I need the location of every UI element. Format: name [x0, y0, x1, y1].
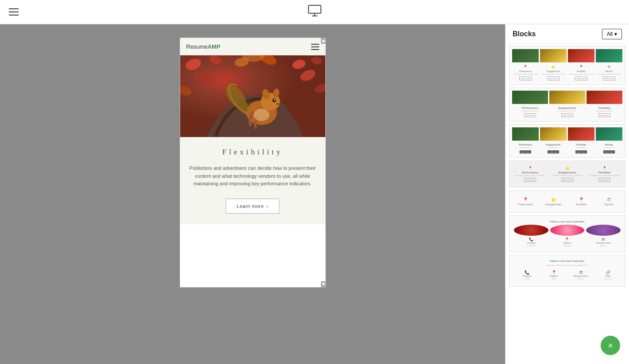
- monitor-icon: [308, 4, 322, 19]
- topbar-left: [9, 8, 19, 15]
- block-item[interactable]: 📍 Performance lorem ipsum dolor sit amet…: [509, 46, 625, 85]
- contact-col: ⏱ Working Hours Mon-Fri: [568, 269, 594, 282]
- svg-point-21: [276, 103, 279, 105]
- svg-point-22: [253, 109, 269, 121]
- block-col: 📍 Performance lorem ipsum dolor sit amet…: [512, 164, 548, 184]
- block-col: ⏱ Results: [596, 196, 622, 207]
- learn-more-label: Learn more: [237, 203, 264, 209]
- hamburger-menu-icon[interactable]: [9, 8, 19, 15]
- all-filter-button[interactable]: All ▾: [602, 29, 622, 39]
- blocks-sidebar: Blocks All ▾ 📍 Performance: [505, 24, 629, 364]
- contact-col: 🔗 Links web.com: [595, 269, 621, 282]
- block-thumbnail-autumn: [568, 49, 594, 62]
- block-col: Flexibility lorem ipsum learn more: [568, 142, 594, 154]
- contact-col: 📍 Address 123 Street: [550, 238, 584, 247]
- contact-col: 📞 Contacts +1 234 567: [514, 238, 548, 247]
- social-img: [514, 225, 548, 236]
- block-thumbnail: [512, 127, 539, 141]
- block-item[interactable]: Follow us for more inspiration 📞 Contact…: [509, 215, 625, 252]
- phone-section-title: Flexibility: [189, 148, 316, 157]
- block-col: ⭐ Engagements lorem ipsum dolor sit amet…: [549, 164, 585, 184]
- block-item[interactable]: 📍 Performance lorem ipsum dolor sit amet…: [509, 161, 625, 188]
- block-thumbnail-forest: [512, 49, 539, 62]
- sidebar-title: Blocks: [513, 30, 536, 38]
- scroll-up-arrow[interactable]: [321, 38, 326, 44]
- preview-area: ResumeAMP: [0, 24, 505, 364]
- block-col-engagements: ⭐ Engagements lorem ipsum dolor sit amet…: [540, 64, 567, 82]
- close-fab-button[interactable]: ×: [601, 336, 620, 355]
- block-item[interactable]: Follow us for more inspiration lorem ips…: [509, 255, 625, 287]
- block-item[interactable]: 📍 Performance ⭐ Engagements 📍 Flexibilit…: [509, 190, 625, 213]
- block-item[interactable]: Performance lorem ipsum dolor sit learn …: [509, 88, 625, 122]
- logo-amp: AMP: [208, 43, 220, 50]
- block-col: Performance lorem ipsum dolor sit learn …: [512, 105, 548, 119]
- contact-col: ⏱ Working Hours Mon-Fri: [586, 238, 621, 247]
- svg-rect-0: [309, 5, 321, 13]
- block-col: Flexibility lorem ipsum dolor sit learn …: [587, 105, 622, 119]
- logo-text: Resume: [186, 43, 208, 50]
- all-label: All: [607, 31, 613, 37]
- block-thumbnail: [540, 127, 567, 141]
- block-col-results: ⏱ Results lorem ipsum dolor sit amet tex…: [596, 64, 622, 82]
- block-thumbnail-flowers: [596, 49, 622, 62]
- phone-hero-image: [180, 55, 325, 137]
- phone-hamburger-icon[interactable]: [311, 44, 319, 50]
- learn-more-arrow: ›: [266, 203, 268, 209]
- phone-mockup: ResumeAMP: [180, 38, 326, 287]
- learn-more-button[interactable]: Learn more ›: [226, 199, 279, 214]
- contact-col: 📍 Address 123 St: [541, 269, 567, 282]
- phone-nav: ResumeAMP: [180, 38, 325, 55]
- svg-point-20: [274, 99, 275, 100]
- block-col: 📍 Performance: [512, 196, 539, 207]
- social-block-title: Follow us for more inspiration: [514, 220, 621, 223]
- scroll-down-arrow[interactable]: [321, 281, 326, 287]
- block-thumbnail: [512, 91, 548, 104]
- block-col-performance: 📍 Performance lorem ipsum dolor sit amet…: [512, 64, 539, 82]
- block-col: ⭐ Engagements: [540, 196, 567, 207]
- sidebar-header: Blocks All ▾: [506, 24, 629, 44]
- dropdown-arrow: ▾: [614, 31, 617, 37]
- block-thumbnail: [549, 91, 585, 104]
- block-col: Results lorem ipsum learn more: [596, 142, 622, 154]
- blocks-list: 📍 Performance lorem ipsum dolor sit amet…: [506, 44, 629, 364]
- block-thumbnail: [596, 127, 622, 141]
- contact-col: 📞 Contacts +1 234: [514, 269, 540, 282]
- social-img: [550, 225, 585, 236]
- block-item[interactable]: Performance lorem ipsum learn more Engag…: [509, 124, 625, 157]
- block-col: Engagements lorem ipsum dolor sit learn …: [549, 105, 585, 119]
- block-thumbnail-sunray: [540, 49, 567, 62]
- block-col: 📍 Flexibility lorem ipsum dolor sit amet…: [587, 164, 622, 184]
- block-thumbnail: [587, 91, 622, 104]
- topbar: [0, 0, 629, 24]
- block-col: Performance lorem ipsum learn more: [512, 142, 539, 154]
- block-thumbnail: [568, 127, 594, 141]
- topbar-center: [308, 4, 322, 19]
- phone-logo: ResumeAMP: [186, 43, 220, 50]
- main-layout: ResumeAMP: [0, 24, 629, 364]
- social-block-title: Follow us for more inspiration: [514, 260, 621, 262]
- social-img: [586, 225, 621, 236]
- close-fab-icon: ×: [608, 341, 613, 351]
- phone-description: Publishers and advertisers can decide ho…: [189, 165, 316, 188]
- block-col: Engagements lorem ipsum learn more: [540, 142, 567, 154]
- block-col: 📍 Flexibility: [568, 196, 594, 207]
- phone-content: Flexibility Publishers and advertisers c…: [180, 137, 325, 224]
- block-col-flexibility: 📍 Flexibility lorem ipsum dolor sit amet…: [568, 64, 594, 82]
